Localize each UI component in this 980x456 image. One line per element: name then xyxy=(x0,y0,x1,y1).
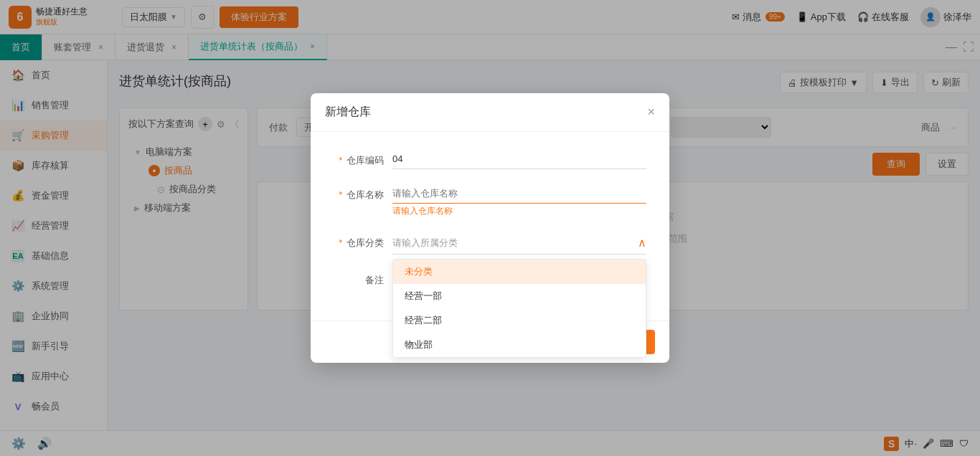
modal-overlay[interactable]: 新增仓库 × * 仓库编码 * 仓库名称 xyxy=(0,0,980,456)
name-error-msg: 请输入仓库名称 xyxy=(392,205,646,217)
category-option-dept3[interactable]: 物业部 xyxy=(393,333,646,357)
dialog-header: 新增仓库 × xyxy=(311,93,669,132)
dropdown-up-icon: ∧ xyxy=(638,236,646,250)
category-dropdown[interactable]: 请输入所属分类 ∧ xyxy=(392,232,646,255)
category-placeholder: 请输入所属分类 xyxy=(392,237,458,250)
category-field: 请输入所属分类 ∧ 未分类 经营一部 经营二部 物业部 xyxy=(392,232,646,255)
name-input[interactable] xyxy=(392,184,646,204)
form-row-name: * 仓库名称 请输入仓库名称 xyxy=(334,184,646,217)
dialog-new-warehouse: 新增仓库 × * 仓库编码 * 仓库名称 xyxy=(311,93,669,363)
dialog-body: * 仓库编码 * 仓库名称 请输入仓库名称 xyxy=(311,132,669,320)
code-field xyxy=(392,149,646,169)
form-row-code: * 仓库编码 xyxy=(334,149,646,169)
dialog-close-button[interactable]: × xyxy=(647,105,655,120)
code-input[interactable] xyxy=(392,149,646,169)
name-field: 请输入仓库名称 xyxy=(392,184,646,217)
form-row-category: * 仓库分类 请输入所属分类 ∧ 未分类 经营一部 经营二部 物业部 xyxy=(334,232,646,255)
category-option-dept1[interactable]: 经营一部 xyxy=(393,284,646,308)
name-label: * 仓库名称 xyxy=(334,184,384,201)
category-option-none[interactable]: 未分类 xyxy=(393,260,646,284)
dialog-title: 新增仓库 xyxy=(325,105,371,120)
category-label: * 仓库分类 xyxy=(334,232,384,250)
code-label: * 仓库编码 xyxy=(334,149,384,167)
note-label: 备注 xyxy=(334,269,384,287)
category-option-dept2[interactable]: 经营二部 xyxy=(393,308,646,333)
category-dropdown-list: 未分类 经营一部 经营二部 物业部 xyxy=(392,259,646,358)
